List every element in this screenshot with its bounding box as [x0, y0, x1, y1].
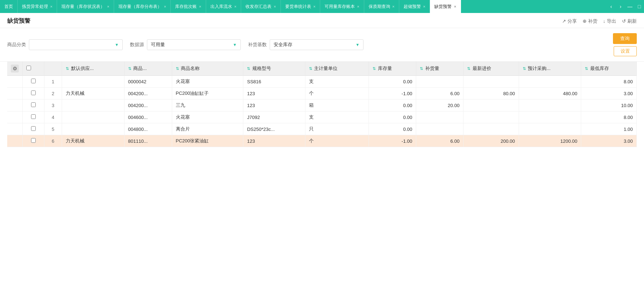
row-checkbox-cell[interactable]: [23, 135, 44, 147]
row-name-cell: PC200张紧油缸: [172, 135, 243, 147]
tab-expiry-query[interactable]: 保质期查询 ×: [364, 0, 399, 13]
row-replenish-cell: 6.00: [416, 135, 464, 147]
row-est-purchase-cell: [519, 100, 581, 111]
replenish-base-select[interactable]: 安全库存 ▼: [270, 39, 364, 50]
tab-close-order-stats[interactable]: ×: [313, 4, 316, 9]
col-latest-price[interactable]: ⇅ 最新进价: [463, 62, 519, 76]
row-checkbox-cell[interactable]: [23, 100, 44, 111]
tab-available-ledger[interactable]: 可用量库存账本 ×: [320, 0, 364, 13]
sort-name-icon: ⇅: [176, 66, 179, 71]
col-supplier[interactable]: ⇅ 默认供应...: [62, 62, 125, 76]
tab-order-stats[interactable]: 要货单统计表 ×: [281, 0, 320, 13]
tab-in-out-flow[interactable]: 出入库流水 ×: [206, 0, 241, 13]
datasource-select[interactable]: 可用量 ▼: [147, 39, 241, 50]
row-code-cell: 801110...: [124, 135, 172, 147]
row-supplier-cell: 力天机械: [62, 88, 125, 100]
share-icon: ↗: [562, 18, 566, 24]
row-checkbox[interactable]: [31, 138, 36, 143]
refresh-icon: ↺: [622, 18, 626, 24]
tab-shortage[interactable]: 缺货预警 ×: [430, 0, 461, 13]
table-container: ⚙ ⇅ 默认供应... ⇅ 商品... ⇅: [0, 62, 644, 147]
column-settings-icon[interactable]: ⚙: [11, 65, 19, 72]
datasource-label: 数据源: [130, 41, 144, 48]
row-checkbox[interactable]: [31, 114, 36, 119]
tab-close-in-out-flow[interactable]: ×: [234, 4, 236, 9]
row-est-purchase-cell: 1200.00: [519, 135, 581, 147]
sort-stock-icon: ⇅: [373, 66, 376, 71]
row-checkbox[interactable]: [31, 79, 36, 83]
replenish-base-label: 补货基数: [248, 41, 267, 48]
tab-receive-summary[interactable]: 收发存汇总表 ×: [241, 0, 280, 13]
tab-inventory-dist[interactable]: 现存量（库存分布表） ×: [114, 0, 171, 13]
col-name[interactable]: ⇅ 商品名称: [172, 62, 243, 76]
tab-home[interactable]: 首页: [0, 0, 18, 13]
col-spec[interactable]: ⇅ 规格型号: [243, 62, 305, 76]
tab-close-expiry-query[interactable]: ×: [392, 4, 395, 9]
tab-close-inventory-dist[interactable]: ×: [164, 4, 166, 9]
row-checkbox-cell[interactable]: [23, 88, 44, 100]
row-num-cell: 2: [44, 88, 62, 100]
tab-prev-btn[interactable]: ‹: [606, 0, 616, 13]
row-min-stock-cell: 8.00: [581, 111, 637, 123]
settings-button[interactable]: 设置: [614, 46, 637, 56]
row-est-purchase-cell: [519, 76, 581, 88]
row-min-stock-cell: 3.00: [581, 135, 637, 147]
tab-close-overstock[interactable]: ×: [423, 4, 425, 9]
tab-abnormal[interactable]: 拣货异常处理 ×: [18, 0, 57, 13]
row-checkbox[interactable]: [31, 90, 36, 95]
row-spec-cell: J7092: [243, 111, 305, 123]
row-replenish-cell: [416, 123, 464, 135]
row-unit-cell: 个: [305, 88, 369, 100]
tab-close-receive-summary[interactable]: ×: [274, 4, 276, 9]
replenish-base-select-value: 安全库存: [274, 41, 292, 48]
row-checkbox-cell[interactable]: [23, 76, 44, 88]
table-header-row: ⚙ ⇅ 默认供应... ⇅ 商品... ⇅: [7, 62, 637, 76]
tab-inventory-status[interactable]: 现存量（库存状况表） ×: [57, 0, 114, 13]
replenish-base-filter-group: 补货基数 安全库存 ▼: [248, 39, 364, 50]
tab-overstock[interactable]: 超储预警 ×: [399, 0, 430, 13]
col-replenish[interactable]: ⇅ 补货量: [416, 62, 464, 76]
category-select[interactable]: ▼: [29, 39, 123, 50]
tab-inventory-batch[interactable]: 库存批次账 ×: [171, 0, 206, 13]
row-est-purchase-cell: [519, 111, 581, 123]
tab-close-available-ledger[interactable]: ×: [357, 4, 359, 9]
filter-right-actions: 查询 设置: [613, 33, 637, 56]
row-checkbox[interactable]: [31, 126, 36, 131]
share-button[interactable]: ↗ 分享: [562, 18, 577, 25]
header-actions: ↗ 分享 ⊕ 补货 ↓ 导出 ↺ 刷新: [562, 18, 637, 25]
row-supplier-cell: [62, 111, 125, 123]
datasource-select-arrow-icon: ▼: [233, 43, 237, 47]
row-spec-cell: 123: [243, 88, 305, 100]
window-maximize-btn[interactable]: □: [635, 0, 644, 13]
col-settings[interactable]: ⚙: [7, 62, 23, 76]
col-min-stock[interactable]: ⇅ 最低库存: [581, 62, 637, 76]
tab-close-shortage[interactable]: ×: [454, 4, 456, 9]
row-checkbox[interactable]: [31, 102, 36, 107]
row-spec-cell: DS250*23c...: [243, 123, 305, 135]
row-spec-cell: 123: [243, 100, 305, 111]
filter-area: 商品分类 ▼ 数据源 可用量 ▼ 补货基数 安全库存 ▼ 查询 设置: [0, 28, 644, 62]
col-unit[interactable]: ⇅ 主计量单位: [305, 62, 369, 76]
tab-close-inventory-status[interactable]: ×: [107, 4, 109, 9]
col-est-purchase[interactable]: ⇅ 预计采购...: [519, 62, 581, 76]
tab-close-abnormal[interactable]: ×: [50, 4, 52, 9]
tab-close-inventory-batch[interactable]: ×: [199, 4, 201, 9]
select-all-checkbox[interactable]: [26, 66, 31, 70]
row-checkbox-cell[interactable]: [23, 111, 44, 123]
query-button[interactable]: 查询: [613, 33, 637, 44]
window-minimize-btn[interactable]: —: [625, 0, 635, 13]
row-unit-cell: 支: [305, 111, 369, 123]
col-stock[interactable]: ⇅ 库存量: [369, 62, 416, 76]
row-unit-cell: 箱: [305, 100, 369, 111]
refresh-button[interactable]: ↺ 刷新: [622, 18, 637, 25]
row-num-cell: 4: [44, 111, 62, 123]
row-num-cell: 1: [44, 76, 62, 88]
row-num-cell: 3: [44, 100, 62, 111]
replenish-button[interactable]: ⊕ 补货: [583, 18, 597, 25]
row-unit-cell: 支: [305, 76, 369, 88]
tab-next-btn[interactable]: ›: [616, 0, 625, 13]
row-latest-price-cell: [463, 100, 519, 111]
col-code[interactable]: ⇅ 商品...: [124, 62, 172, 76]
row-checkbox-cell[interactable]: [23, 123, 44, 135]
export-button[interactable]: ↓ 导出: [603, 18, 617, 25]
